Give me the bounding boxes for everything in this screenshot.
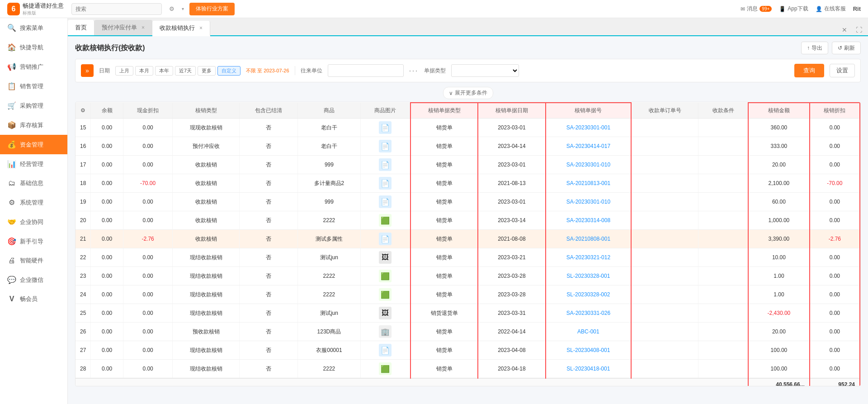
cell-verify-type: 收款核销 — [173, 193, 240, 211]
sidebar-item-base-info[interactable]: 🗂 基础信息 — [0, 174, 67, 193]
sidebar-item-purchase[interactable]: 🛒 采购管理 — [0, 96, 67, 115]
filter-expand-button[interactable]: » — [81, 64, 94, 77]
online-service-button[interactable]: 👤 在线客服 — [816, 5, 846, 13]
date-custom-button[interactable]: 自定义 — [217, 66, 241, 76]
single-type-select[interactable] — [451, 64, 519, 77]
finance-icon: 💰 — [7, 140, 16, 149]
sidebar-item-label: 企业协同 — [20, 218, 43, 226]
refresh-icon: ↺ — [838, 45, 842, 51]
sidebar-item-finance[interactable]: 💰 资金管理 — [0, 135, 67, 154]
verify-bill-link[interactable]: SA-20210808-001 — [566, 236, 610, 242]
cell-receipt-condition — [698, 156, 748, 174]
cell-include-settled: 否 — [240, 230, 298, 248]
th-settings[interactable]: ⚙ — [75, 103, 91, 119]
message-icon: ✉ — [741, 6, 745, 12]
setting-button[interactable]: 设置 — [830, 64, 855, 77]
close-window-button[interactable]: ✕ — [839, 24, 850, 35]
cell-product-img: 🏢 — [361, 323, 410, 341]
messages-button[interactable]: ✉ 消息 99+ — [741, 5, 772, 13]
sidebar-item-collab[interactable]: 🤝 企业协同 — [0, 212, 67, 232]
verify-bill-link[interactable]: SL-20230418-001 — [566, 366, 610, 372]
cell-product: 多计量商品2 — [297, 174, 360, 193]
from-unit-input[interactable] — [328, 64, 404, 77]
verify-bill-link[interactable]: SL-20230328-001 — [566, 273, 610, 279]
cell-verify-bill-type: 销货单 — [410, 137, 478, 156]
tab-receipt-verify-close[interactable]: × — [199, 25, 203, 31]
sidebar-item-quicknav[interactable]: 🏠 快捷导航 — [0, 38, 67, 57]
tab-prepay-close[interactable]: × — [142, 24, 145, 31]
cell-product: 999 — [297, 156, 360, 174]
cell-cash-discount: 0.00 — [123, 248, 173, 267]
cell-product-img: 📄 — [361, 174, 410, 193]
industry-solution-button[interactable]: 体验行业方案 — [189, 3, 235, 15]
logo-area: 6 畅捷通谱好生意 标推版 — [7, 2, 66, 16]
sidebar-item-wechat[interactable]: 💬 企业微信 — [0, 270, 67, 290]
cell-id: 22 — [75, 248, 91, 267]
table-row: 24 0.00 0.00 现结收款核销 否 2222 🟩 销货单 2023-03… — [75, 285, 860, 304]
sidebar-item-marketing[interactable]: 📢 营销推广 — [0, 57, 67, 76]
expand-more-button[interactable]: ∨ 展开更多条件 — [443, 87, 493, 99]
chevron-down-icon[interactable]: ▾ — [182, 6, 184, 11]
refresh-button[interactable]: ↺ 刷新 — [832, 42, 861, 54]
sidebar-item-management[interactable]: 📊 经营管理 — [0, 154, 67, 174]
export-icon: ↑ — [807, 45, 810, 51]
tab-receipt-verify[interactable]: 收款核销执行 × — [152, 21, 210, 36]
tab-prepay[interactable]: 预付冲应付单 × — [94, 20, 152, 35]
query-button[interactable]: 查询 — [794, 64, 824, 77]
verify-bill-link[interactable]: SA-20210813-001 — [566, 180, 610, 186]
sidebar-item-label: 基础信息 — [20, 179, 43, 187]
cell-verify-bill-date: 2023-03-14 — [478, 211, 545, 230]
user-avatar[interactable]: Rit — [853, 5, 861, 12]
sidebar-item-system[interactable]: ⚙ 系统管理 — [0, 193, 67, 212]
verify-bill-link[interactable]: ABC-001 — [577, 328, 599, 335]
guide-icon: 🎯 — [7, 237, 16, 246]
expand-window-button[interactable]: ⛶ — [854, 24, 864, 35]
sidebar-item-member[interactable]: V 畅会员 — [0, 290, 67, 309]
search-input[interactable] — [71, 3, 162, 15]
verify-bill-link[interactable]: SA-20230301-001 — [566, 124, 610, 131]
cell-verify-bill-no: SA-20230301-010 — [546, 193, 632, 211]
verify-bill-link[interactable]: SA-20230301-010 — [566, 199, 610, 205]
cell-receipt-order-no — [631, 137, 698, 156]
cell-id: 18 — [75, 174, 91, 193]
verify-bill-link[interactable]: SA-20230414-017 — [566, 143, 610, 149]
app-download-button[interactable]: 📱 App下载 — [779, 5, 808, 13]
table-row: 26 0.00 0.00 预收款核销 否 123D商品 🏢 销货单 2022-0… — [75, 323, 860, 341]
sidebar-item-sales[interactable]: 📋 销售管理 — [0, 76, 67, 96]
cell-cash-discount: 0.00 — [123, 285, 173, 304]
sidebar-item-inventory[interactable]: 📦 库存核算 — [0, 115, 67, 135]
cell-verify-bill-date: 2023-03-01 — [478, 119, 545, 137]
cell-verify-type: 现结收款核销 — [173, 285, 240, 304]
table-row: 23 0.00 0.00 现结收款核销 否 2222 🟩 销货单 2023-03… — [75, 267, 860, 285]
sidebar-item-hardware[interactable]: 🖨 智能硬件 — [0, 251, 67, 270]
verify-bill-link[interactable]: SA-20230314-008 — [566, 217, 610, 223]
date-more-button[interactable]: 更多 — [198, 66, 216, 76]
verify-bill-link[interactable]: SL-20230328-002 — [566, 291, 610, 298]
expand-icon: ∨ — [449, 90, 453, 96]
date-last-month-button[interactable]: 上月 — [115, 66, 133, 76]
verify-bill-link[interactable]: SA-20230321-012 — [566, 254, 610, 261]
cell-verify-bill-date: 2023-03-01 — [478, 193, 545, 211]
tab-home[interactable]: 首页 — [68, 20, 94, 35]
sidebar-item-search[interactable]: 🔍 搜索菜单 — [0, 18, 67, 38]
cell-verify-bill-type: 销货单 — [410, 193, 478, 211]
sidebar-item-guide[interactable]: 🎯 新手引导 — [0, 232, 67, 251]
verify-bill-link[interactable]: SL-20230408-001 — [566, 347, 610, 353]
cell-balance: 0.00 — [91, 119, 123, 137]
verify-bill-link[interactable]: SA-20230331-026 — [566, 310, 610, 316]
cell-verify-type: 收款核销 — [173, 174, 240, 193]
logo-icon: 6 — [7, 3, 20, 15]
cell-verify-discount: 0.00 — [810, 267, 860, 285]
date-this-year-button[interactable]: 本年 — [155, 66, 173, 76]
cell-id: 23 — [75, 267, 91, 285]
export-button[interactable]: ↑ 导出 — [801, 42, 828, 54]
verify-bill-link[interactable]: SA-20230301-010 — [566, 162, 610, 168]
sidebar-item-label: 智能硬件 — [20, 257, 43, 265]
date-7days-button[interactable]: 近7天 — [175, 66, 196, 76]
cell-balance: 0.00 — [91, 211, 123, 230]
gear-icon[interactable]: ⚙ — [167, 5, 176, 14]
app-download-label: App下载 — [788, 5, 808, 13]
cell-product-img: 📄 — [361, 137, 410, 156]
date-this-month-button[interactable]: 本月 — [135, 66, 153, 76]
main-layout: 🔍 搜索菜单 🏠 快捷导航 📢 营销推广 📋 销售管理 🛒 采购管理 📦 库存核… — [0, 18, 868, 404]
